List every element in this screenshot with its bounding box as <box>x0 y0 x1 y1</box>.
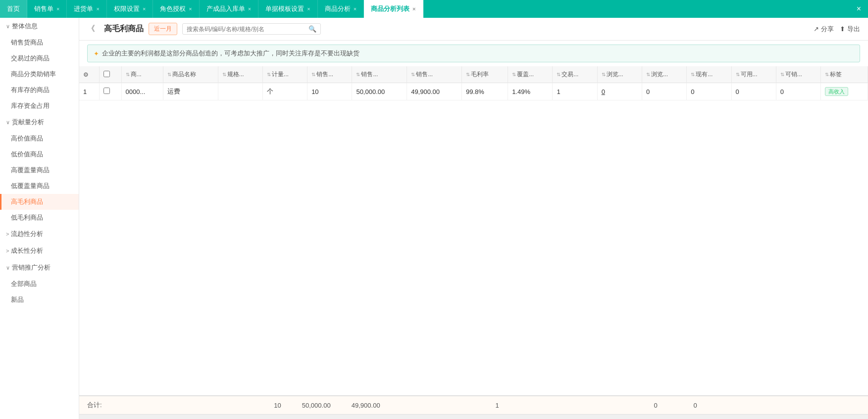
sidebar-item-新品[interactable]: 新品 <box>0 292 79 308</box>
nav-item-单据模板设置[interactable]: 单据模板设置 × <box>258 0 317 18</box>
cell-tag: 高收入 <box>821 83 868 100</box>
data-table: ⚙⇅商...⇅商品名称⇅规格...⇅计量...⇅销售...⇅销售...⇅销售..… <box>79 66 868 100</box>
horizontal-scrollbar[interactable] <box>79 414 868 419</box>
chevron-icon: > <box>6 231 9 237</box>
nav-close-icon[interactable]: × <box>143 6 146 12</box>
page-title: 高毛利商品 <box>104 24 144 34</box>
sidebar-item-有库存的商品[interactable]: 有库存的商品 <box>0 82 79 98</box>
top-nav: 首页销售单 ×进货单 ×权限设置 ×角色授权 ×产成品入库单 ×单据模板设置 ×… <box>0 0 868 18</box>
sidebar-item-库存资金占用[interactable]: 库存资金占用 <box>0 98 79 114</box>
info-icon: ✦ <box>94 50 99 57</box>
sidebar-item-交易过的商品[interactable]: 交易过的商品 <box>0 50 79 66</box>
col-header-tag[interactable]: ⇅标签 <box>821 66 868 83</box>
cell-checkbox[interactable] <box>100 83 121 100</box>
col-header-sales_qty[interactable]: ⇅销售... <box>307 66 352 83</box>
nav-item-产成品入库单[interactable]: 产成品入库单 × <box>200 0 258 18</box>
sidebar-item-低覆盖量商品[interactable]: 低覆盖量商品 <box>0 178 79 194</box>
col-header-settings[interactable]: ⚙ <box>79 66 100 83</box>
footer-cell <box>543 402 582 409</box>
search-icon[interactable]: 🔍 <box>308 25 316 33</box>
footer-cell: 0 <box>622 402 662 409</box>
sidebar-group-营销推广分析[interactable]: ∨营销推广分析 <box>0 259 79 276</box>
col-header-checkbox[interactable] <box>100 66 121 83</box>
cell-transaction: 1 <box>553 83 597 100</box>
footer-cell: 50,000.00 <box>285 402 335 409</box>
cell-gross_margin: 99.8% <box>461 83 508 100</box>
nav-close-icon[interactable]: × <box>96 6 99 12</box>
main-container: ∨整体信息销售货商品交易过的商品商品分类助销率有库存的商品库存资金占用∨贡献量分… <box>0 18 868 419</box>
sidebar-item-低毛利商品[interactable]: 低毛利商品 <box>0 210 79 226</box>
sidebar-group-整体信息[interactable]: ∨整体信息 <box>0 18 79 35</box>
cell-browse1[interactable]: 0 <box>597 83 642 100</box>
row-checkbox[interactable] <box>103 88 110 94</box>
nav-close-icon[interactable]: × <box>248 6 251 12</box>
col-header-unit[interactable]: ⇅计量... <box>262 66 307 83</box>
cell-coverage: 1.49% <box>508 83 553 100</box>
sidebar-group-成长性分析[interactable]: >成长性分析 <box>0 242 79 259</box>
table-wrapper[interactable]: ⚙⇅商...⇅商品名称⇅规格...⇅计量...⇅销售...⇅销售...⇅销售..… <box>79 66 868 395</box>
window-close-button[interactable]: × <box>850 4 868 13</box>
footer-label: 合计: <box>87 401 102 410</box>
col-header-browse2[interactable]: ⇅浏览... <box>642 66 686 83</box>
footer-values: 1050,000.0049,900.00100 <box>117 402 860 409</box>
sidebar-item-高覆盖量商品[interactable]: 高覆盖量商品 <box>0 162 79 178</box>
col-header-current_stock[interactable]: ⇅现有... <box>687 66 731 83</box>
nav-item-角色授权[interactable]: 角色授权 × <box>153 0 199 18</box>
sidebar-item-低价值商品[interactable]: 低价值商品 <box>0 146 79 162</box>
share-button[interactable]: ↗ 分享 <box>814 25 834 34</box>
cell-browse2: 0 <box>642 83 686 100</box>
sidebar-item-全部商品[interactable]: 全部商品 <box>0 276 79 292</box>
cell-sales_qty: 10 <box>307 83 352 100</box>
col-header-transaction[interactable]: ⇅交易... <box>553 66 597 83</box>
col-header-spec[interactable]: ⇅规格... <box>218 66 262 83</box>
col-header-coverage[interactable]: ⇅覆盖... <box>508 66 553 83</box>
cell-sales_cost: 49,900.00 <box>407 83 462 100</box>
tag-badge: 高收入 <box>825 87 848 96</box>
chevron-icon: ∨ <box>6 119 10 126</box>
nav-item-首页[interactable]: 首页 <box>0 0 27 18</box>
sidebar-item-商品分类助销率[interactable]: 商品分类助销率 <box>0 66 79 82</box>
select-all-checkbox[interactable] <box>103 71 110 77</box>
col-header-browse1[interactable]: ⇅浏览... <box>597 66 642 83</box>
nav-close-icon[interactable]: × <box>56 6 59 12</box>
nav-close-icon[interactable]: × <box>354 6 357 12</box>
nav-item-权限设置[interactable]: 权限设置 × <box>107 0 153 18</box>
nav-item-商品分析列表[interactable]: 商品分析列表 × <box>364 0 423 18</box>
info-banner: ✦ 企业的主要的利润都是这部分商品创造的，可考虑加大推广，同时关注库存是不要出现… <box>87 45 860 62</box>
col-header-sellable[interactable]: ⇅可销... <box>776 66 820 83</box>
export-button[interactable]: ⬆ 导出 <box>840 25 860 34</box>
nav-close-icon[interactable]: × <box>307 6 310 12</box>
filter-period-button[interactable]: 近一月 <box>149 23 177 35</box>
sidebar-item-高毛利商品[interactable]: 高毛利商品 <box>0 194 79 210</box>
nav-item-销售单[interactable]: 销售单 × <box>27 0 67 18</box>
nav-close-icon[interactable]: × <box>412 6 415 12</box>
sidebar: ∨整体信息销售货商品交易过的商品商品分类助销率有库存的商品库存资金占用∨贡献量分… <box>0 18 79 419</box>
cell-code: 0000... <box>121 83 163 100</box>
footer-cell <box>503 402 543 409</box>
footer-cell: 10 <box>246 402 285 409</box>
nav-close-icon[interactable]: × <box>189 6 192 12</box>
col-header-gross_margin[interactable]: ⇅毛利率 <box>461 66 508 83</box>
footer-cell <box>384 402 424 409</box>
sidebar-group-label: 成长性分析 <box>11 246 43 255</box>
col-header-available[interactable]: ⇅可用... <box>731 66 776 83</box>
col-header-sales_amount[interactable]: ⇅销售... <box>352 66 407 83</box>
nav-item-进货单[interactable]: 进货单 × <box>67 0 106 18</box>
cell-available: 0 <box>731 83 776 100</box>
nav-item-商品分析[interactable]: 商品分析 × <box>318 0 364 18</box>
sidebar-item-销售货商品[interactable]: 销售货商品 <box>0 35 79 50</box>
browse-link[interactable]: 0 <box>602 88 605 95</box>
search-input[interactable] <box>187 26 308 33</box>
footer-cell <box>582 402 622 409</box>
sidebar-item-高价值商品[interactable]: 高价值商品 <box>0 131 79 146</box>
col-header-sales_cost[interactable]: ⇅销售... <box>407 66 462 83</box>
col-header-name[interactable]: ⇅商品名称 <box>163 66 218 83</box>
footer-cell: 0 <box>662 402 701 409</box>
export-label: 导出 <box>847 25 860 34</box>
sidebar-group-贡献量分析[interactable]: ∨贡献量分析 <box>0 114 79 131</box>
sidebar-collapse-button[interactable]: 《 <box>87 24 95 34</box>
col-header-code[interactable]: ⇅商... <box>121 66 163 83</box>
sidebar-group-label: 贡献量分析 <box>12 118 44 127</box>
share-label: 分享 <box>821 25 834 34</box>
sidebar-group-流趋性分析[interactable]: >流趋性分析 <box>0 226 79 242</box>
